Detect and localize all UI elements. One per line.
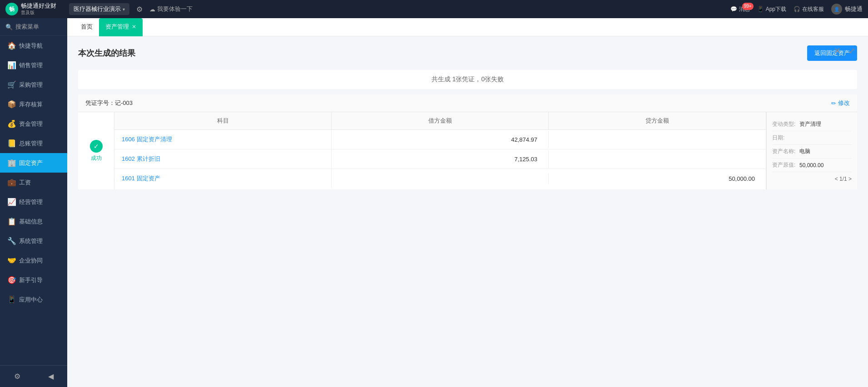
subject-1606[interactable]: 1606 固定资产清理 xyxy=(114,130,332,149)
content-area: 首页 资产管理 ✕ ✕ ⤢ 本次生成的结果 返回固定资产 共生成 1张凭证，0张… xyxy=(67,18,868,387)
sidebar-search[interactable]: 🔍 搜索菜单 xyxy=(0,18,67,36)
app-download-action[interactable]: 📱 App下载 xyxy=(757,5,786,13)
summary-text: 共生成 1张凭证，0张失败 xyxy=(78,70,857,89)
messages-action[interactable]: 💬 消息 99+ xyxy=(730,5,750,13)
support-label: 在线客服 xyxy=(802,5,824,13)
guide-icon: 🎯 xyxy=(7,276,15,284)
sidebar-item-label: 企业协同 xyxy=(19,257,43,265)
sidebar-item-inventory[interactable]: 📦 库存核算 xyxy=(0,94,67,114)
sidebar-item-label: 总账管理 xyxy=(19,139,43,148)
sidebar-item-sales[interactable]: 📊 销售管理 xyxy=(0,55,67,75)
sidebar-item-label: 库存核算 xyxy=(19,100,43,109)
pagination[interactable]: < 1/1 > xyxy=(772,172,852,184)
sidebar-item-purchase[interactable]: 🛒 采购管理 xyxy=(0,75,67,94)
credit-1606 xyxy=(549,134,766,145)
tab-bar: 首页 资产管理 ✕ xyxy=(67,18,868,36)
change-type-value: 资产清理 xyxy=(799,120,821,128)
sidebar-item-basic-info[interactable]: 📋 基础信息 xyxy=(0,212,67,231)
sidebar-item-funds[interactable]: 💰 资金管理 xyxy=(0,114,67,134)
sidebar-item-ledger[interactable]: 📒 总账管理 xyxy=(0,134,67,153)
tab-asset-label: 资产管理 xyxy=(105,23,129,31)
side-info-panel: 变动类型: 资产清理 日期: 资产名称: 电脑 资产原值: xyxy=(766,112,857,189)
credit-1601: 50,000.00 xyxy=(549,170,766,188)
success-text: 成功 xyxy=(91,154,102,162)
tab-close-icon[interactable]: ✕ xyxy=(132,24,136,30)
settings-icon[interactable]: ⚙ xyxy=(133,3,146,15)
tab-home[interactable]: 首页 xyxy=(74,18,99,36)
sidebar-item-label: 资金管理 xyxy=(19,120,43,128)
sidebar-item-label: 系统管理 xyxy=(19,237,43,245)
table-row: 1606 固定资产清理 42,874.97 xyxy=(114,130,766,149)
app-download-icon: 📱 xyxy=(757,6,764,12)
top-header: 畅 畅捷通好业财 普及版 医疗器械行业演示 ▾ ⚙ ☁ 我要体验一下 💬 消息 … xyxy=(0,0,868,18)
sidebar-item-label: 工资 xyxy=(19,179,31,187)
sidebar-item-fixed-assets[interactable]: 🏢 固定资产 xyxy=(0,153,67,173)
sidebar-item-operations[interactable]: 📈 经营管理 xyxy=(0,192,67,212)
chevron-down-icon: ▾ xyxy=(123,7,125,12)
trial-button[interactable]: ☁ 我要体验一下 xyxy=(149,5,193,13)
success-checkmark-icon: ✓ xyxy=(90,140,103,153)
sidebar-settings-button[interactable]: ⚙ xyxy=(11,369,23,383)
tab-home-label: 首页 xyxy=(81,23,93,31)
appstore-icon: 📱 xyxy=(7,295,15,304)
logo-area: 畅 畅捷通好业财 普及版 xyxy=(5,2,56,16)
ledger-icon: 📒 xyxy=(7,139,15,148)
sidebar-item-appstore[interactable]: 📱 应用中心 xyxy=(0,290,67,309)
page-title: 本次生成的结果 xyxy=(78,48,135,59)
subject-1602[interactable]: 1602 累计折旧 xyxy=(114,149,332,169)
user-area[interactable]: 👤 畅捷通 xyxy=(831,4,863,15)
sidebar-item-label: 固定资产 xyxy=(19,159,43,167)
purchase-icon: 🛒 xyxy=(7,80,15,89)
system-icon: 🔧 xyxy=(7,237,15,245)
page-header: 本次生成的结果 返回固定资产 xyxy=(78,45,857,61)
tab-asset-management[interactable]: 资产管理 ✕ xyxy=(99,18,143,36)
messages-badge: 99+ xyxy=(742,3,754,10)
sidebar-item-enterprise[interactable]: 🤝 企业协同 xyxy=(0,251,67,270)
success-column: ✓ 成功 xyxy=(78,112,114,189)
side-info-asset-name: 资产名称: 电脑 xyxy=(772,145,852,159)
sidebar-item-quicknav[interactable]: 🏠 快捷导航 xyxy=(0,36,67,55)
online-support-action[interactable]: 🎧 在线客服 xyxy=(794,5,824,13)
trial-cloud-icon: ☁ xyxy=(149,6,155,13)
avatar: 👤 xyxy=(831,4,842,15)
sidebar: 🔍 搜索菜单 🏠 快捷导航 📊 销售管理 🛒 采购管理 📦 库存核算 💰 资金管… xyxy=(0,18,67,387)
table-row: 1602 累计折旧 7,125.03 xyxy=(114,149,766,169)
search-label: 搜索菜单 xyxy=(15,23,39,31)
table-row: 1601 固定资产 50,000.00 xyxy=(114,169,766,188)
operations-icon: 📈 xyxy=(7,198,15,206)
sidebar-item-label: 基础信息 xyxy=(19,218,43,226)
sidebar-collapse-button[interactable]: ◀ xyxy=(45,369,56,383)
app-version: 普及版 xyxy=(21,10,56,16)
voucher-body: ✓ 成功 科目 借方金额 贷方金额 1606 固定资产清理 42,874.97 xyxy=(78,112,857,189)
edit-label: 修改 xyxy=(838,99,850,107)
inventory-icon: 📦 xyxy=(7,100,15,109)
sidebar-item-label: 新手引导 xyxy=(19,276,43,284)
edit-button[interactable]: ✏ 修改 xyxy=(831,99,850,107)
subject-1601[interactable]: 1601 固定资产 xyxy=(114,169,332,188)
sidebar-item-guide[interactable]: 🎯 新手引导 xyxy=(0,270,67,290)
side-info-date: 日期: xyxy=(772,131,852,145)
table-header: 科目 借方金额 贷方金额 xyxy=(114,112,766,130)
sidebar-item-system[interactable]: 🔧 系统管理 xyxy=(0,231,67,251)
side-info-change-type: 变动类型: 资产清理 xyxy=(772,118,852,131)
app-download-label: App下载 xyxy=(766,5,786,13)
logo-text-block: 畅捷通好业财 普及版 xyxy=(21,2,56,16)
asset-name-label: 资产名称: xyxy=(772,148,799,155)
date-label: 日期: xyxy=(772,134,799,142)
asset-name-value: 电脑 xyxy=(799,148,810,155)
sidebar-item-label: 应用中心 xyxy=(19,296,43,304)
user-icon: 👤 xyxy=(834,7,839,12)
enterprise-icon: 🤝 xyxy=(7,256,15,265)
sidebar-item-salary[interactable]: 💼 工资 xyxy=(0,173,67,192)
close-panel-button[interactable]: ✕ xyxy=(832,45,843,56)
col-header-subject: 科目 xyxy=(114,112,332,129)
credit-1602 xyxy=(549,154,766,164)
company-selector[interactable]: 医疗器械行业演示 ▾ xyxy=(69,3,129,15)
sidebar-item-label: 经营管理 xyxy=(19,198,43,206)
sidebar-item-label: 销售管理 xyxy=(19,61,43,69)
funds-icon: 💰 xyxy=(7,119,15,128)
expand-panel-button[interactable]: ⤢ xyxy=(846,45,857,56)
voucher-number: 凭证字号：记-003 xyxy=(85,99,133,107)
voucher-section: 凭证字号：记-003 ✏ 修改 ✓ 成功 科目 xyxy=(78,94,857,189)
username: 畅捷通 xyxy=(845,5,863,13)
